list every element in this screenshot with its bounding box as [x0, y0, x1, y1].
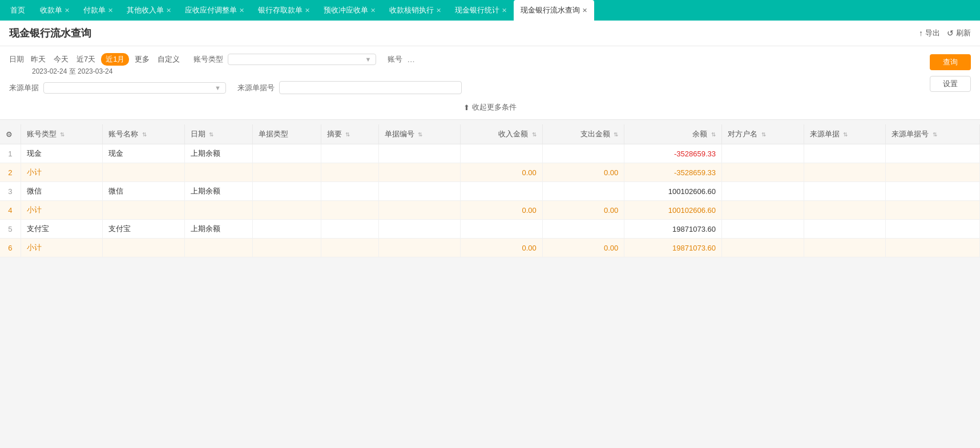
date-opt-yesterday[interactable]: 昨天	[29, 54, 48, 65]
nav-tab-6[interactable]: 收款核销执行 ✕	[382, 0, 448, 21]
sort-icon-8: ⇅	[614, 131, 618, 138]
cell-source_doc	[804, 144, 886, 163]
top-nav: 首页 收款单 ✕ 付款单 ✕ 其他收入单 ✕ 应收应付调整单 ✕ 银行存取款单 …	[0, 0, 980, 21]
chevron-down-icon: ▼	[365, 56, 372, 63]
th-date[interactable]: 日期 ⇅	[184, 124, 253, 144]
row-num: 3	[0, 182, 21, 201]
cell-doc_type	[253, 201, 321, 220]
cell-doc_no	[378, 144, 461, 163]
cell-doc_no	[378, 220, 461, 239]
source-doc-select[interactable]: ▼	[43, 82, 226, 94]
th-gear: ⚙	[0, 124, 21, 144]
th-balance[interactable]: 余额 ⇅	[624, 124, 722, 144]
nav-close-2[interactable]: ✕	[166, 7, 171, 14]
cell-doc_no	[378, 163, 461, 182]
nav-close-5[interactable]: ✕	[370, 7, 376, 14]
collapse-up-icon: ⬆	[463, 103, 470, 112]
nav-close-8[interactable]: ✕	[582, 7, 587, 14]
nav-tab-8[interactable]: 现金银行流水查询 ✕	[514, 0, 594, 21]
nav-tab-4[interactable]: 银行存取款单 ✕	[251, 0, 317, 21]
nav-tab-0[interactable]: 收款单 ✕	[33, 0, 76, 21]
cell-date: 上期余额	[184, 182, 253, 201]
cell-doc_type	[253, 239, 321, 257]
nav-close-1[interactable]: ✕	[108, 7, 113, 14]
date-opt-1month[interactable]: 近1月	[101, 53, 129, 66]
cell-source_doc_no	[886, 163, 980, 182]
source-doc-no-input[interactable]	[279, 81, 462, 94]
header-actions: ↑ 导出 ↺ 刷新	[919, 28, 971, 38]
nav-close-0[interactable]: ✕	[64, 7, 70, 14]
cell-summary	[321, 144, 378, 163]
nav-home[interactable]: 首页	[2, 5, 33, 15]
sort-icon-12: ⇅	[933, 131, 937, 138]
sort-icon-7: ⇅	[532, 131, 537, 138]
export-button[interactable]: ↑ 导出	[919, 28, 940, 38]
action-buttons: 查询 设置	[930, 54, 971, 92]
sort-icon-11: ⇅	[843, 131, 848, 138]
date-opt-custom[interactable]: 自定义	[155, 54, 182, 65]
cell-source_doc_no	[886, 220, 980, 239]
th-doc-no[interactable]: 单据编号 ⇅	[378, 124, 461, 144]
nav-close-4[interactable]: ✕	[305, 7, 310, 14]
cell-date	[184, 239, 253, 257]
account-type-select[interactable]: ▼	[228, 54, 376, 65]
sort-icon-10: ⇅	[761, 131, 766, 138]
th-source-doc-no[interactable]: 来源单据号 ⇅	[886, 124, 980, 144]
th-expense[interactable]: 支出金额 ⇅	[542, 124, 624, 144]
nav-tab-1[interactable]: 付款单 ✕	[76, 0, 120, 21]
cell-summary	[321, 239, 378, 257]
nav-close-6[interactable]: ✕	[436, 7, 441, 14]
table-row: 6小计0.000.0019871073.60	[0, 239, 980, 257]
row-num: 6	[0, 239, 21, 257]
cell-account_name	[103, 163, 185, 182]
collapse-row: ⬆ 收起更多条件	[9, 102, 971, 112]
sort-icon-5: ⇅	[345, 131, 350, 138]
date-opt-today[interactable]: 今天	[51, 54, 71, 65]
table-row: 1现金现金上期余额-3528659.33	[0, 144, 980, 163]
th-account-type[interactable]: 账号类型 ⇅	[21, 124, 103, 144]
date-options: 昨天 今天 近7天 近1月 更多 自定义	[29, 53, 182, 66]
refresh-icon: ↺	[947, 29, 954, 38]
th-summary[interactable]: 摘要 ⇅	[321, 124, 378, 144]
nav-tab-2[interactable]: 其他收入单 ✕	[120, 0, 178, 21]
nav-close-7[interactable]: ✕	[502, 7, 507, 14]
filter-area: 日期 昨天 今天 近7天 近1月 更多 自定义 账号类型 ▼	[0, 46, 980, 120]
refresh-button[interactable]: ↺ 刷新	[947, 28, 971, 38]
th-account-name[interactable]: 账号名称 ⇅	[103, 124, 185, 144]
th-doc-type: 单据类型	[253, 124, 321, 144]
th-counterpart[interactable]: 对方户名 ⇅	[721, 124, 804, 144]
date-opt-7days[interactable]: 近7天	[74, 54, 98, 65]
table-container: ⚙ 账号类型 ⇅ 账号名称 ⇅ 日期 ⇅ 单据类型 摘要	[0, 124, 980, 257]
cell-income: 0.00	[461, 201, 543, 220]
row-num: 4	[0, 201, 21, 220]
date-label: 日期	[9, 54, 24, 64]
cell-expense: 0.00	[542, 163, 624, 182]
nav-tab-3[interactable]: 应收应付调整单 ✕	[178, 0, 251, 21]
nav-close-3[interactable]: ✕	[239, 7, 244, 14]
data-table: ⚙ 账号类型 ⇅ 账号名称 ⇅ 日期 ⇅ 单据类型 摘要	[0, 124, 980, 257]
cell-income: 0.00	[461, 239, 543, 257]
cell-counterpart	[721, 201, 804, 220]
th-source-doc[interactable]: 来源单据 ⇅	[804, 124, 886, 144]
nav-tab-7[interactable]: 现金银行统计 ✕	[448, 0, 514, 21]
query-button[interactable]: 查询	[930, 54, 971, 70]
source-doc-filter-group: 来源单据 ▼	[9, 82, 226, 94]
cell-account_type: 支付宝	[21, 220, 103, 239]
sort-icon-1: ⇅	[60, 131, 64, 138]
cell-expense	[542, 144, 624, 163]
collapse-button[interactable]: ⬆ 收起更多条件	[463, 102, 517, 112]
th-income[interactable]: 收入金额 ⇅	[461, 124, 543, 144]
gear-icon[interactable]: ⚙	[6, 130, 13, 139]
cell-income	[461, 144, 543, 163]
settings-button[interactable]: 设置	[930, 76, 971, 92]
nav-tab-5[interactable]: 预收冲应收单 ✕	[317, 0, 382, 21]
date-filter-group: 日期 昨天 今天 近7天 近1月 更多 自定义	[9, 53, 182, 66]
row-num: 2	[0, 163, 21, 182]
cell-doc_no	[378, 239, 461, 257]
table-row: 5支付宝支付宝上期余额19871073.60	[0, 220, 980, 239]
table-header-row: ⚙ 账号类型 ⇅ 账号名称 ⇅ 日期 ⇅ 单据类型 摘要	[0, 124, 980, 144]
table-row: 4小计0.000.00100102606.60	[0, 201, 980, 220]
account-type-filter-group: 账号类型 ▼	[193, 54, 376, 65]
account-dots[interactable]: ...	[407, 54, 414, 64]
date-opt-more[interactable]: 更多	[132, 54, 152, 65]
